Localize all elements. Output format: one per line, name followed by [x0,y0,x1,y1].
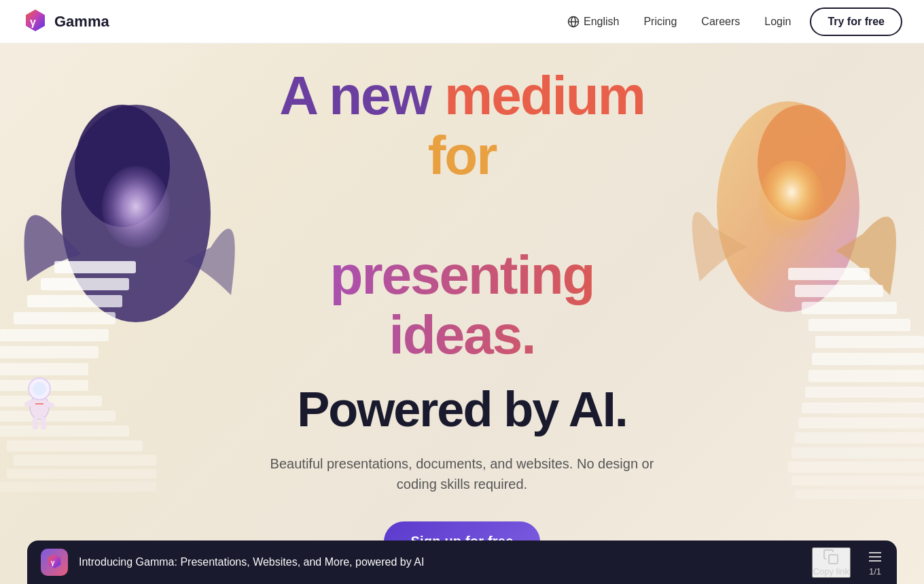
svg-rect-9 [27,295,122,307]
title-line2: presenting ideas. [251,245,673,365]
hero-content: A new medium for presenting ideas. Power… [224,66,700,562]
svg-rect-18 [7,441,143,451]
login-link[interactable]: Login [753,10,802,33]
svg-rect-8 [41,278,129,290]
left-decoration [0,44,258,584]
hero-section: A new medium for presenting ideas. Power… [0,0,924,584]
svg-point-31 [717,101,859,312]
svg-text:γ: γ [30,16,36,28]
svg-rect-21 [0,482,156,492]
svg-rect-13 [0,363,88,375]
copy-label: Copy link [813,566,849,577]
pages-icon [867,549,883,565]
logo-text: Gamma [54,13,109,31]
svg-rect-11 [0,329,109,341]
svg-rect-36 [802,302,897,314]
title-text-medium: medium [444,65,645,126]
svg-rect-16 [0,411,116,422]
svg-point-32 [758,105,846,220]
svg-rect-34 [788,268,870,280]
video-title: Introducing Gamma: Presentations, Websit… [79,556,801,568]
svg-rect-20 [7,469,156,479]
careers-link[interactable]: Careers [690,10,751,33]
title-text-purple: A new [279,65,444,126]
svg-rect-48 [795,489,924,499]
svg-rect-10 [14,312,116,324]
title-text-for: for [428,125,497,186]
svg-rect-17 [0,426,129,436]
svg-rect-19 [14,455,156,466]
page-count: 1/1 [869,566,881,577]
globe-icon [567,16,580,28]
copy-icon [823,549,839,565]
try-free-button[interactable]: Try for free [810,7,902,36]
svg-rect-46 [788,462,924,473]
svg-point-24 [29,378,50,400]
svg-point-23 [30,395,49,419]
bottom-bar-logo: γ [41,549,68,576]
svg-rect-29 [44,400,55,409]
svg-point-22 [102,166,170,247]
page-counter: 1/1 [867,549,883,577]
careers-label: Careers [701,16,740,28]
svg-rect-43 [798,417,924,428]
pricing-link[interactable]: Pricing [633,10,688,33]
nav-right: English Pricing Careers Login Try for fr… [556,7,902,36]
svg-point-33 [759,160,824,239]
logo[interactable]: γ Gamma [22,8,109,35]
hero-subtitle: Powered by AI. [251,381,673,437]
svg-point-25 [33,382,46,396]
svg-rect-35 [795,285,883,297]
language-selector[interactable]: English [556,10,630,33]
pricing-label: Pricing [643,16,677,28]
svg-rect-39 [812,353,924,365]
svg-point-6 [75,105,170,227]
right-decoration [666,44,924,584]
svg-rect-26 [33,417,38,430]
language-label: English [584,16,619,28]
svg-text:γ: γ [51,559,55,566]
svg-rect-41 [805,387,924,398]
copy-link-button[interactable]: Copy link [812,547,851,578]
bottom-logo-icon: γ [46,553,63,571]
svg-point-5 [61,105,211,322]
bottom-bar-actions: Copy link 1/1 [812,547,883,578]
hero-description: Beautiful presentations, documents, and … [251,453,673,494]
login-label: Login [764,16,791,28]
svg-rect-27 [41,417,46,430]
svg-rect-50 [829,555,838,564]
svg-rect-47 [792,476,924,485]
navbar: γ Gamma English Pricing Careers Login Tr… [0,0,924,44]
svg-rect-38 [815,336,924,348]
logo-icon: γ [22,8,49,35]
svg-rect-28 [24,399,35,407]
svg-rect-37 [808,319,910,331]
bottom-bar: γ Introducing Gamma: Presentations, Webs… [27,540,897,584]
svg-rect-44 [795,432,924,443]
hero-title: A new medium for presenting ideas. [251,66,673,365]
svg-rect-45 [792,447,924,458]
svg-rect-42 [802,402,924,413]
svg-rect-7 [54,261,136,273]
svg-rect-12 [0,346,99,358]
svg-rect-15 [0,396,102,407]
svg-rect-40 [808,370,924,382]
svg-rect-14 [0,380,88,391]
